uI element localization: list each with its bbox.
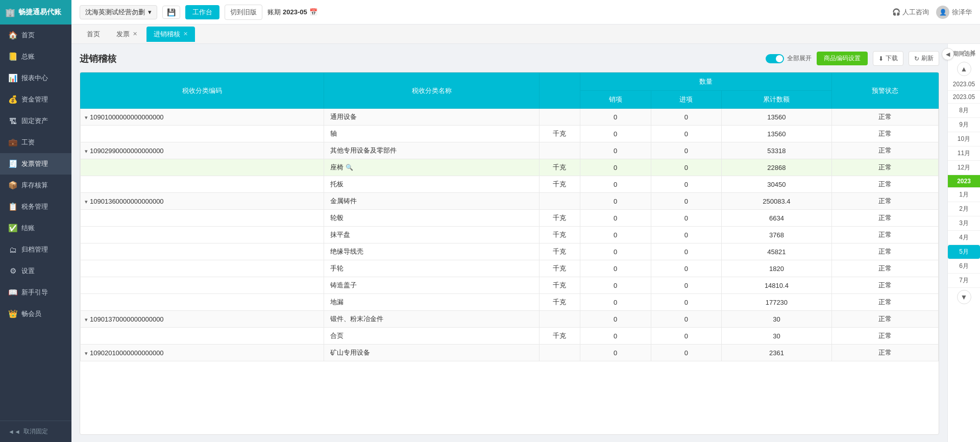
unpin-button[interactable]: ◄◄ 取消固定 [0, 421, 71, 442]
tab-reconcile-close[interactable]: ✕ [183, 31, 188, 37]
sidebar-item-tax[interactable]: 📋 税务管理 [0, 196, 71, 217]
period-item[interactable]: 2月 [948, 202, 980, 216]
tab-invoice[interactable]: 发票 ✕ [109, 27, 144, 42]
table-row-unit: 千克 [539, 176, 580, 193]
table-row-unit [539, 311, 580, 328]
period-item[interactable]: 6月 [948, 259, 980, 274]
table-row-sales: 0 [580, 210, 651, 227]
sidebar-item-label: 总账 [21, 52, 35, 61]
sidebar-item-settings[interactable]: ⚙ 设置 [0, 260, 71, 282]
col-tax-name: 税收分类名称 [324, 73, 539, 109]
table-row-code: ▾10901000000000000000 [81, 109, 324, 126]
table-row-unit: 千克 [539, 260, 580, 277]
panel-expand-btn[interactable]: ◀ [942, 48, 954, 60]
period-item[interactable]: 4月 [948, 231, 980, 245]
expand-toggle[interactable] [766, 54, 784, 63]
period-item[interactable]: 10月 [948, 132, 980, 146]
period-nav-up[interactable]: ▲ [957, 62, 971, 76]
calendar-icon[interactable]: 📅 [309, 8, 317, 16]
tab-home[interactable]: 首页 [80, 27, 107, 42]
table-row-status: 正常 [831, 260, 938, 277]
table-row-purchase: 0 [651, 294, 722, 311]
sidebar-item-inventory[interactable]: 📦 库存核算 [0, 175, 71, 196]
table-row-code [81, 277, 324, 294]
table-row-name: 合页 [324, 328, 539, 345]
sidebar-item-reports[interactable]: 📊 报表中心 [0, 67, 71, 89]
sidebar-item-invoices[interactable]: 🧾 发票管理 [0, 153, 71, 175]
table-row-total: 30 [722, 328, 831, 345]
sidebar-item-member[interactable]: 👑 畅会员 [0, 303, 71, 325]
table-row-sales: 0 [580, 243, 651, 260]
inventory-icon: 📦 [8, 181, 17, 190]
save-button[interactable]: 💾 [162, 6, 180, 19]
table-row-code [81, 260, 324, 277]
product-code-btn[interactable]: 商品编码设置 [817, 52, 868, 65]
period-item[interactable]: 2023 [948, 175, 980, 188]
download-btn[interactable]: ⬇ 下载 [873, 51, 903, 66]
workbench-button[interactable]: 工作台 [185, 5, 219, 19]
period-item[interactable]: 8月 [948, 104, 980, 118]
tab-reconcile-label: 进销稽核 [154, 30, 180, 39]
user-name: 徐泽华 [952, 8, 972, 17]
table-row-status: 正常 [831, 345, 938, 361]
guide-icon: 📖 [8, 288, 17, 297]
sidebar-item-archive[interactable]: 🗂 归档管理 [0, 239, 71, 260]
period-item[interactable]: 9月 [948, 118, 980, 132]
period-item[interactable]: 2023.05 [948, 78, 980, 91]
company-name: 沈海英测试经营勿删 [85, 8, 145, 17]
table-row-status: 正常 [831, 142, 938, 159]
period-item[interactable]: 11月 [948, 146, 980, 161]
period-nav-down[interactable]: ▼ [957, 290, 971, 304]
table-row-unit [539, 345, 580, 361]
close-panel-btn[interactable]: ✕ [970, 48, 976, 56]
sidebar-item-payroll[interactable]: 💼 工资 [0, 132, 71, 153]
table-row-code [81, 210, 324, 227]
table-row-purchase: 0 [651, 142, 722, 159]
company-selector[interactable]: 沈海英测试经营勿删 ▾ [80, 5, 157, 19]
sidebar-item-settlement[interactable]: ✅ 结账 [0, 217, 71, 239]
sidebar-item-label: 报表中心 [21, 73, 48, 83]
period-item[interactable]: 1月 [948, 188, 980, 202]
table-row-status: 正常 [831, 227, 938, 243]
user-menu[interactable]: 👤 徐泽华 [936, 6, 972, 19]
col-warning: 预警状态 [831, 73, 938, 109]
maximize-panel-btn[interactable]: ⤢ [961, 48, 967, 56]
period-item[interactable]: 2023.05 [948, 91, 980, 104]
period-item[interactable]: 3月 [948, 216, 980, 231]
switch-version-button[interactable]: 切到旧版 [225, 5, 262, 20]
support-link[interactable]: 🎧 人工咨询 [892, 8, 929, 17]
expand-toggle-label: 全部展开 [787, 54, 812, 63]
tab-invoice-close[interactable]: ✕ [133, 31, 137, 37]
sidebar-item-guide[interactable]: 📖 新手引导 [0, 282, 71, 303]
expand-icon[interactable]: ▾ [85, 316, 88, 323]
period-item[interactable]: 7月 [948, 274, 980, 288]
table-row-sales: 0 [580, 109, 651, 126]
period-item[interactable]: 5月 [948, 245, 980, 259]
table-row-name: 托板 [324, 176, 539, 193]
table-row-name: 绝缘导线壳 [324, 243, 539, 260]
table-row-purchase: 0 [651, 193, 722, 210]
assets-icon: 🏗 [8, 117, 17, 126]
sidebar-item-home[interactable]: 🏠 首页 [0, 24, 71, 46]
expand-icon[interactable]: ▾ [85, 199, 88, 205]
table-row-total: 13560 [722, 126, 831, 142]
table-row-sales: 0 [580, 193, 651, 210]
pin-icon: ◄◄ [8, 428, 20, 435]
sidebar-item-ledger[interactable]: 📒 总账 [0, 46, 71, 67]
tab-reconcile[interactable]: 进销稽核 ✕ [146, 27, 195, 42]
expand-icon[interactable]: ▾ [85, 114, 88, 120]
table-row-sales: 0 [580, 294, 651, 311]
table-row-unit: 千克 [539, 227, 580, 243]
page-actions: 全部展开 商品编码设置 ⬇ 下载 ↻ 刷新 [766, 51, 939, 66]
sidebar-item-label: 新手引导 [21, 288, 48, 297]
period-panel: ◀ ✕ ⤢ 期间选择 ▲ 2023.052023.058月9月10月11月12月… [947, 44, 980, 442]
expand-icon[interactable]: ▾ [85, 148, 88, 154]
sidebar-item-funds[interactable]: 💰 资金管理 [0, 89, 71, 110]
sidebar-item-label: 资金管理 [21, 95, 48, 104]
unpin-label: 取消固定 [23, 427, 48, 436]
sidebar-item-assets[interactable]: 🏗 固定资产 [0, 110, 71, 132]
refresh-btn[interactable]: ↻ 刷新 [909, 51, 939, 66]
funds-icon: 💰 [8, 95, 17, 104]
period-item[interactable]: 12月 [948, 161, 980, 175]
expand-icon[interactable]: ▾ [85, 350, 88, 356]
